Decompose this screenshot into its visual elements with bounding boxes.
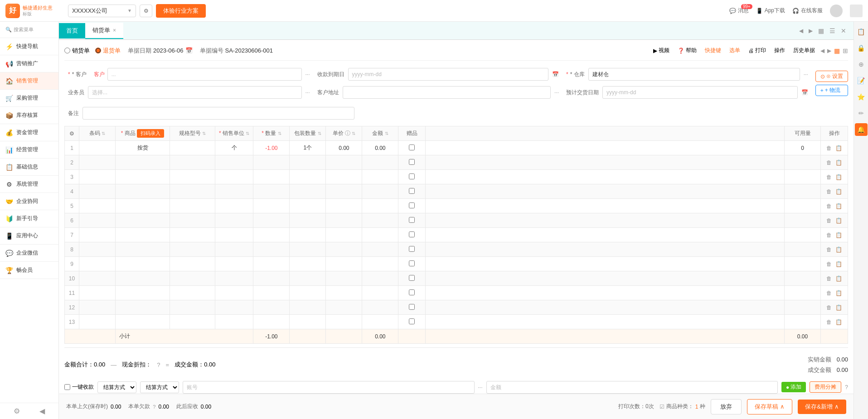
row-unit[interactable] xyxy=(215,170,253,184)
row-spec[interactable] xyxy=(170,213,215,228)
row-barcode[interactable] xyxy=(79,271,116,286)
receive-calendar-icon[interactable]: 📅 xyxy=(552,71,559,77)
row-pack-qty[interactable] xyxy=(290,184,326,199)
row-product[interactable] xyxy=(116,213,170,228)
row-gift[interactable] xyxy=(398,300,426,315)
note-input[interactable] xyxy=(82,107,354,120)
nav-next-icon[interactable]: ▶ xyxy=(827,48,831,54)
row-pack-qty[interactable] xyxy=(290,257,326,271)
help-btn[interactable]: ❓ 帮助 xyxy=(675,45,699,56)
history-btn[interactable]: 历史单据 xyxy=(790,45,818,56)
amount-input[interactable] xyxy=(486,381,778,394)
row-price[interactable] xyxy=(326,286,362,300)
copy-row-icon[interactable]: 📋 xyxy=(835,290,842,296)
question-icon-debt[interactable]: ? xyxy=(153,404,155,409)
sidebar-collapse-icon[interactable]: ◀ xyxy=(39,407,45,415)
row-spec[interactable] xyxy=(170,242,215,257)
row-price[interactable] xyxy=(326,315,362,329)
copy-row-icon[interactable]: 📋 xyxy=(835,159,842,166)
row-pack-qty[interactable] xyxy=(290,315,326,329)
delete-row-icon[interactable]: 🗑 xyxy=(826,174,832,180)
row-qty[interactable] xyxy=(253,213,290,228)
user-avatar[interactable] xyxy=(830,5,843,17)
sidebar-item-sales[interactable]: 🏠 销售管理 xyxy=(0,72,58,90)
row-qty[interactable] xyxy=(253,315,290,329)
row-spec[interactable] xyxy=(170,257,215,271)
row-product[interactable] xyxy=(116,286,170,300)
warehouse-input[interactable] xyxy=(588,68,800,81)
sidebar-item-basicinfo[interactable]: 📋 基础信息 xyxy=(0,159,58,176)
row-amount[interactable] xyxy=(362,242,398,257)
quick-action-3[interactable]: ⊕ xyxy=(855,58,868,71)
row-qty[interactable] xyxy=(253,257,290,271)
quick-action-2[interactable]: 🔒 xyxy=(855,42,868,54)
sort-barcode-icon[interactable]: ⇅ xyxy=(102,131,105,136)
delete-row-icon[interactable]: 🗑 xyxy=(826,145,832,151)
row-barcode[interactable] xyxy=(79,228,116,242)
sidebar-item-capital[interactable]: 💰 资金管理 xyxy=(0,124,58,141)
account-input[interactable] xyxy=(183,381,475,394)
row-barcode[interactable] xyxy=(79,199,116,213)
user-menu[interactable] xyxy=(850,5,863,17)
app-download-item[interactable]: 📱 App下载 xyxy=(756,7,785,14)
tab-home[interactable]: 首页 xyxy=(59,23,85,39)
price-info-icon[interactable]: ⓘ xyxy=(345,130,350,136)
salesman-input[interactable] xyxy=(88,86,302,99)
sidebar-gear-icon[interactable]: ⚙ xyxy=(14,407,20,415)
row-gift[interactable] xyxy=(398,271,426,286)
row-pack-qty[interactable] xyxy=(290,228,326,242)
row-amount[interactable] xyxy=(362,184,398,199)
delete-row-icon[interactable]: 🗑 xyxy=(826,232,832,238)
column-settings-icon[interactable]: ⚙ xyxy=(69,130,74,137)
sidebar-item-quicknav[interactable]: ⚡ 快捷导航 xyxy=(0,38,58,55)
logistics-button[interactable]: + + 物流 xyxy=(815,85,848,96)
row-amount[interactable] xyxy=(362,315,398,329)
row-barcode[interactable] xyxy=(79,184,116,199)
row-pack-qty[interactable] xyxy=(290,242,326,257)
row-pack-qty[interactable] xyxy=(290,213,326,228)
video-btn[interactable]: ▶ 视频 xyxy=(650,45,672,56)
row-unit[interactable] xyxy=(215,300,253,315)
row-spec[interactable] xyxy=(170,271,215,286)
row-product[interactable] xyxy=(116,315,170,329)
row-amount[interactable]: 0.00 xyxy=(362,141,398,155)
row-qty[interactable] xyxy=(253,300,290,315)
copy-row-icon[interactable]: 📋 xyxy=(835,261,842,267)
sort-amount-icon[interactable]: ⇅ xyxy=(385,131,388,136)
search-menu[interactable]: 🔍 搜索菜单 xyxy=(0,22,58,38)
row-amount[interactable] xyxy=(362,257,398,271)
delivery-date-input[interactable]: yyyy-mm-dd xyxy=(602,86,798,99)
sidebar-item-member[interactable]: 🏆 畅会员 xyxy=(0,262,58,279)
row-pack-qty[interactable] xyxy=(290,199,326,213)
payment-method-select[interactable]: 结算方式 xyxy=(97,381,136,393)
save-new-button[interactable]: 保存&新增 ∧ xyxy=(798,400,846,414)
row-price[interactable] xyxy=(326,170,362,184)
row-barcode[interactable] xyxy=(79,242,116,257)
row-gift[interactable] xyxy=(398,286,426,300)
row-unit[interactable]: 个 xyxy=(215,141,253,155)
sidebar-item-system[interactable]: ⚙ 系统管理 xyxy=(0,176,58,193)
copy-row-icon[interactable]: 📋 xyxy=(835,203,842,209)
row-qty[interactable]: -1.00 xyxy=(253,141,290,155)
row-amount[interactable] xyxy=(362,213,398,228)
sort-pack-icon[interactable]: ⇅ xyxy=(318,131,321,136)
row-unit[interactable] xyxy=(215,184,253,199)
row-spec[interactable] xyxy=(170,184,215,199)
delete-row-icon[interactable]: 🗑 xyxy=(826,217,832,224)
row-gift[interactable] xyxy=(398,184,426,199)
row-price[interactable] xyxy=(326,271,362,286)
row-unit[interactable] xyxy=(215,257,253,271)
tab-sales-order[interactable]: 销货单 × xyxy=(85,23,123,39)
row-product[interactable] xyxy=(116,300,170,315)
row-pack-qty[interactable] xyxy=(290,271,326,286)
row-amount[interactable] xyxy=(362,286,398,300)
message-item[interactable]: 💬 消息 99+ xyxy=(729,7,749,14)
th-setting[interactable]: ⚙ xyxy=(65,126,79,141)
row-pack-qty[interactable]: 1个 xyxy=(290,141,326,155)
sidebar-item-marketing[interactable]: 📢 营销推广 xyxy=(0,55,58,72)
row-price[interactable] xyxy=(326,184,362,199)
copy-row-icon[interactable]: 📋 xyxy=(835,145,842,151)
row-amount[interactable] xyxy=(362,228,398,242)
row-barcode[interactable] xyxy=(79,286,116,300)
sort-spec-icon[interactable]: ⇅ xyxy=(202,131,206,136)
